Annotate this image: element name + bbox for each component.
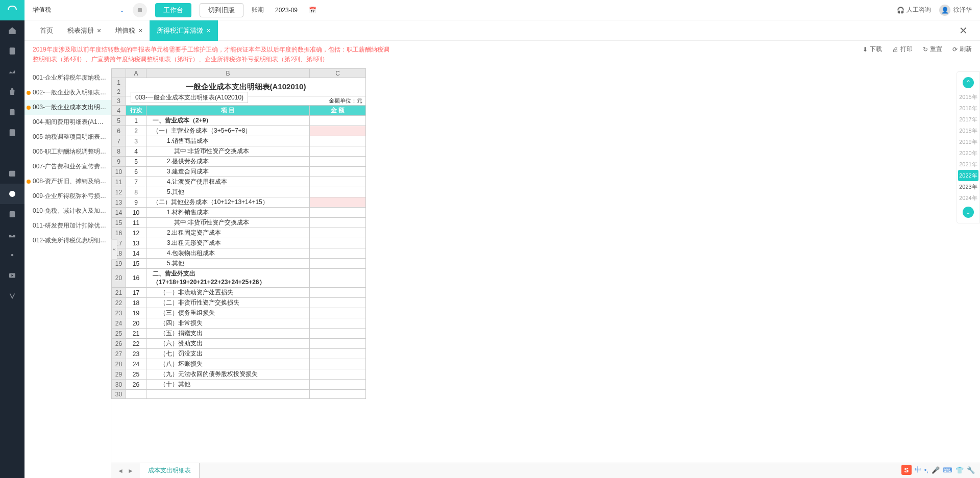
toggle-button[interactable] [133, 3, 147, 17]
ime-mic-icon[interactable]: 🎤 [932, 466, 940, 474]
year-2022年[interactable]: 2022年 [958, 170, 978, 181]
year-down-arrow[interactable]: ⌄ [963, 207, 974, 218]
left-sidebar [0, 0, 24, 478]
year-up-arrow[interactable]: ⌃ [963, 77, 974, 88]
form-item[interactable]: 010-免税、减计收入及加计... [24, 204, 111, 218]
nav-home[interactable] [0, 20, 24, 41]
form-item[interactable]: 005-纳税调整项目明细表(A1... [24, 130, 111, 144]
sheet-nav-next[interactable]: ► [128, 467, 134, 474]
nav-v[interactable] [0, 286, 24, 306]
form-item[interactable]: 007-广告费和业务宣传费跨... [24, 159, 111, 174]
ime-badge[interactable]: S [901, 465, 912, 475]
print-button[interactable]: 🖨打印 [892, 45, 913, 54]
warning-notice: 2019年度涉及取以前年度结转数据的申报表单元格需要手工维护正确，才能保证本年及… [33, 45, 390, 64]
form-item[interactable]: 009-企业所得税弥补亏损明... [24, 189, 111, 204]
ime-mode[interactable]: 中 [915, 465, 921, 474]
svg-rect-1 [10, 109, 15, 115]
nav-clipboard[interactable] [0, 102, 24, 122]
form-item[interactable]: 006-职工薪酬纳税调整明细... [24, 144, 111, 159]
tab-增值税[interactable]: 增值税× [108, 20, 150, 41]
print-icon: 🖨 [892, 46, 898, 53]
nav-food[interactable] [0, 184, 24, 204]
calendar-icon[interactable]: 📅 [309, 7, 316, 14]
svg-rect-8 [138, 8, 142, 12]
tab-所得税汇算清缴[interactable]: 所得税汇算清缴× [150, 20, 217, 41]
sheet-tab[interactable]: 成本支出明细表 [140, 463, 200, 479]
topbar: 增值税 ⌄ 工作台 切到旧版 账期 2023-09 📅 🎧 人工咨询 👤 徐泽华 [24, 0, 980, 20]
form-item[interactable]: 001-企业所得税年度纳税申... [24, 70, 111, 85]
ime-keyboard-icon[interactable]: ⌨ [943, 466, 952, 474]
app-logo [0, 0, 24, 20]
form-item[interactable]: 012-减免所得税优惠明细表(... [24, 233, 111, 248]
year-2023年[interactable]: 2023年 [958, 181, 978, 192]
svg-rect-0 [10, 47, 15, 55]
collapse-handle[interactable]: « [111, 239, 117, 260]
nav-calendar[interactable] [0, 163, 24, 184]
module-dropdown[interactable]: 增值税 ⌄ [33, 3, 125, 17]
close-all-tabs[interactable]: ✕ [955, 24, 972, 37]
form-item[interactable]: 011-研发费用加计扣除优惠... [24, 218, 111, 233]
download-icon: ⬇ [863, 46, 868, 53]
year-2020年[interactable]: 2020年 [958, 147, 978, 159]
tab-税表清册[interactable]: 税表清册× [60, 20, 108, 41]
reset-icon: ↻ [923, 46, 928, 53]
sheet-nav-prev[interactable]: ◄ [117, 467, 124, 474]
form-item[interactable]: 008-资产折旧、摊销及纳税... [24, 174, 111, 189]
year-panel: ⌃ 2015年2016年2017年2018年2019年2020年2021年202… [957, 71, 980, 223]
nav-text[interactable] [0, 143, 24, 163]
user-name: 徐泽华 [953, 6, 972, 14]
period-label: 账期 [252, 6, 264, 14]
year-2019年[interactable]: 2019年 [958, 136, 978, 147]
tab-首页[interactable]: 首页 [33, 20, 60, 41]
nav-export[interactable] [0, 204, 24, 224]
nav-calc[interactable] [0, 122, 24, 143]
nav-video[interactable] [0, 265, 24, 286]
nav-bag[interactable] [0, 82, 24, 102]
nav-chart[interactable] [0, 61, 24, 82]
form-item[interactable]: 004-期间费用明细表(A1040... [24, 115, 111, 130]
breadcrumb: 003-一般企业成本支出明细表(A102010) [131, 92, 248, 103]
ime-tool-icon[interactable]: 🔧 [967, 466, 975, 474]
close-icon[interactable]: × [138, 27, 142, 35]
download-button[interactable]: ⬇下载 [863, 45, 882, 54]
user-menu[interactable]: 👤 徐泽华 [939, 5, 972, 16]
chevron-down-icon: ⌄ [119, 7, 125, 14]
year-2017年[interactable]: 2017年 [958, 114, 978, 125]
close-icon[interactable]: × [97, 27, 101, 35]
consult-label: 人工咨询 [906, 6, 931, 14]
form-item[interactable]: 002-一般企业收入明细表(A... [24, 85, 111, 100]
close-icon[interactable]: × [206, 27, 210, 35]
svg-rect-2 [10, 129, 15, 136]
nav-settings[interactable] [0, 245, 24, 265]
nav-inbox[interactable] [0, 224, 24, 245]
form-list: 001-企业所得税年度纳税申...002-一般企业收入明细表(A...003-一… [24, 68, 111, 478]
year-2016年[interactable]: 2016年 [958, 103, 978, 114]
ime-skin-icon[interactable]: 👕 [955, 466, 964, 474]
year-2024年[interactable]: 2024年 [958, 192, 978, 204]
consult-button[interactable]: 🎧 人工咨询 [897, 6, 931, 14]
headset-icon: 🎧 [897, 7, 904, 14]
nav-doc[interactable] [0, 41, 24, 61]
ime-bar: S 中 •, 🎤 ⌨ 👕 🔧 [901, 465, 975, 475]
svg-rect-5 [10, 211, 15, 217]
period-value[interactable]: 2023-09 [275, 7, 298, 14]
refresh-button[interactable]: ⟳刷新 [952, 45, 972, 54]
ime-punct-icon[interactable]: •, [924, 466, 928, 474]
spreadsheet[interactable]: ABC1一般企业成本支出明细表(A102010)23金额单位：元4行次项 目金 … [111, 68, 366, 399]
refresh-icon: ⟳ [952, 46, 958, 53]
switch-version-button[interactable]: 切到旧版 [200, 3, 243, 17]
module-dropdown-label: 增值税 [33, 6, 51, 14]
form-item[interactable]: 003-一般企业成本支出明细... [24, 100, 111, 115]
svg-point-6 [11, 254, 14, 257]
year-2015年[interactable]: 2015年 [958, 91, 978, 103]
year-2021年[interactable]: 2021年 [958, 159, 978, 170]
tabs-bar: 首页税表清册×增值税×所得税汇算清缴×✕ [24, 20, 980, 41]
svg-point-4 [9, 191, 15, 197]
avatar-icon: 👤 [939, 5, 950, 16]
svg-rect-3 [9, 171, 15, 177]
year-2018年[interactable]: 2018年 [958, 125, 978, 136]
workspace-button[interactable]: 工作台 [155, 3, 191, 17]
reset-button[interactable]: ↻重置 [923, 45, 942, 54]
